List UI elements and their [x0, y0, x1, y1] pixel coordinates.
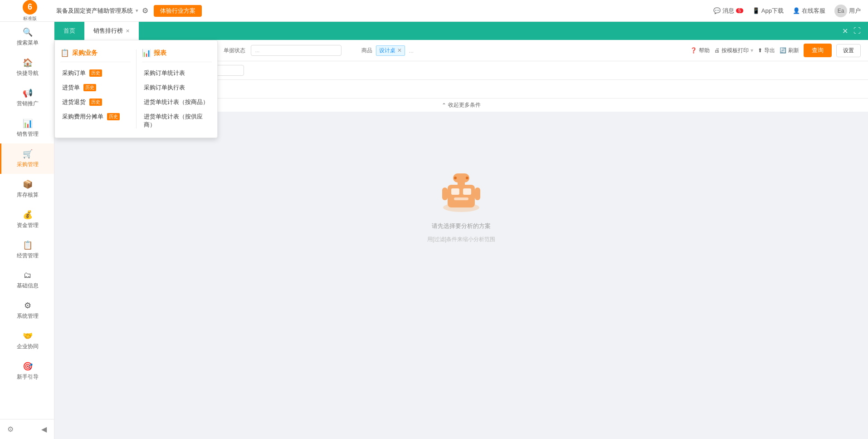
inbound-stats-supplier-label: 进货单统计表（按供应商） [144, 113, 210, 129]
order-stats-label: 采购订单统计表 [144, 69, 185, 77]
dropdown-item-expense[interactable]: 采购费用分摊单 历史 [60, 109, 131, 124]
purchase-section-icon: 📋 [60, 49, 69, 57]
dropdown-item-inbound-stats-goods[interactable]: 进货单统计表（按商品） [142, 95, 212, 109]
report-section-icon: 📊 [142, 49, 151, 57]
report-section-title: 报表 [154, 49, 166, 57]
return-label: 进货退货 [62, 98, 86, 106]
purchase-order-label: 采购订单 [62, 69, 86, 77]
expense-history-badge: 历史 [107, 113, 120, 120]
purchase-section-title: 采购业务 [72, 49, 98, 57]
inbound-stats-goods-label: 进货单统计表（按商品） [144, 98, 209, 106]
dropdown-item-return[interactable]: 进货退货 历史 [60, 95, 131, 109]
purchase-dropdown-menu: 📋 采购业务 采购订单 历史 进货单 历史 进货退货 历史 采购费用分摊单 历史 [54, 40, 218, 138]
dropdown-columns: 📋 采购业务 采购订单 历史 进货单 历史 进货退货 历史 采购费用分摊单 历史 [55, 46, 217, 132]
dropdown-item-inbound-stats-supplier[interactable]: 进货单统计表（按供应商） [142, 109, 212, 132]
dropdown-item-purchase-order[interactable]: 采购订单 历史 [60, 66, 131, 80]
expense-label: 采购费用分摊单 [62, 113, 103, 121]
dropdown-item-inbound[interactable]: 进货单 历史 [60, 80, 131, 95]
dropdown-report-col: 📊 报表 采购订单统计表 采购订单执行表 进货单统计表（按商品） 进货单统计表（… [137, 46, 218, 132]
dropdown-item-order-exec[interactable]: 采购订单执行表 [142, 80, 212, 95]
inbound-history-badge: 历史 [83, 84, 96, 91]
dropdown-item-order-stats[interactable]: 采购订单统计表 [142, 66, 212, 80]
dropdown-purchase-col: 📋 采购业务 采购订单 历史 进货单 历史 进货退货 历史 采购费用分摊单 历史 [55, 46, 136, 132]
return-history-badge: 历史 [89, 99, 102, 106]
inbound-label: 进货单 [62, 84, 80, 92]
purchase-order-history-badge: 历史 [89, 69, 102, 77]
dropdown-purchase-title: 📋 采购业务 [60, 46, 131, 62]
order-exec-label: 采购订单执行表 [144, 84, 185, 92]
dropdown-report-title: 📊 报表 [142, 46, 212, 62]
